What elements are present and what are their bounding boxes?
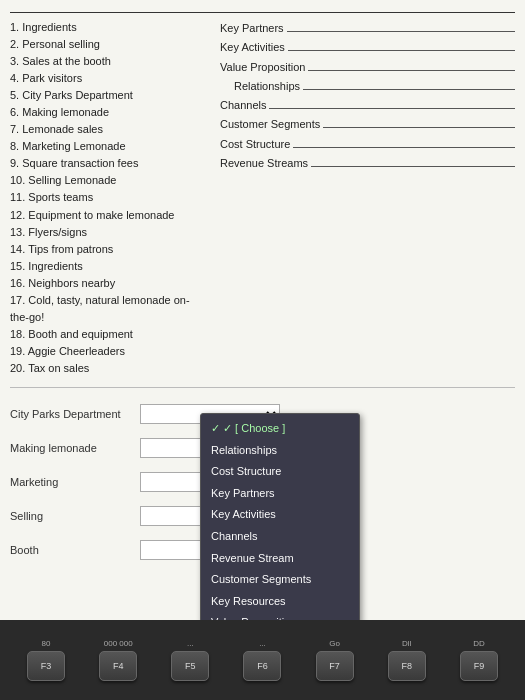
area-row-6: Cost Structure	[220, 135, 515, 154]
area-label-0: Key Partners	[220, 19, 284, 38]
popup-option-8[interactable]: Key Resources	[201, 591, 359, 613]
item-row-2: 2. Personal selling	[10, 36, 200, 53]
item-row-4: 4. Park visitors	[10, 70, 200, 87]
key-top-1: 000 000	[104, 639, 133, 648]
dropdown-row-label-0: City Parks Department	[10, 408, 140, 420]
items-column: 1. Ingredients2. Personal selling3. Sale…	[10, 19, 210, 377]
popup-option-9[interactable]: Value Proposition	[201, 612, 359, 620]
item-row-10: 10. Selling Lemonade	[10, 172, 200, 189]
key-group-2: ...F5	[171, 639, 209, 681]
key-group-6: DDF9	[460, 639, 498, 681]
key-F5[interactable]: F5	[171, 651, 209, 681]
item-row-11: 11. Sports teams	[10, 189, 200, 206]
area-row-7: Revenue Streams	[220, 154, 515, 173]
table-container: 1. Ingredients2. Personal selling3. Sale…	[0, 0, 525, 385]
area-line-7	[311, 166, 515, 167]
keyboard-bar: 80F3000 000F4...F5...F6GoF7DllF8DDF9	[0, 620, 525, 700]
popup-option-1[interactable]: Relationships	[201, 440, 359, 462]
area-row-0: Key Partners	[220, 19, 515, 38]
key-F6[interactable]: F6	[243, 651, 281, 681]
area-label-7: Revenue Streams	[220, 154, 308, 173]
item-row-13: 13. Flyers/signs	[10, 224, 200, 241]
area-line-6	[293, 147, 515, 148]
area-line-3	[303, 89, 515, 90]
area-row-4: Channels	[220, 96, 515, 115]
area-label-1: Key Activities	[220, 38, 285, 57]
dropdown-popup[interactable]: ✓ [ Choose ]RelationshipsCost StructureK…	[200, 413, 360, 620]
item-row-8: 8. Marketing Lemonade	[10, 138, 200, 155]
popup-option-5[interactable]: Channels	[201, 526, 359, 548]
dropdown-section: City Parks DepartmentMaking lemonadeMark…	[0, 398, 525, 580]
key-F4[interactable]: F4	[99, 651, 137, 681]
table-body: 1. Ingredients2. Personal selling3. Sale…	[10, 19, 515, 377]
item-row-17: 17. Cold, tasty, natural lemonade on-the…	[10, 292, 200, 326]
popup-option-7[interactable]: Customer Segments	[201, 569, 359, 591]
item-row-9: 9. Square transaction fees	[10, 155, 200, 172]
popup-option-4[interactable]: Key Activities	[201, 504, 359, 526]
key-group-3: ...F6	[243, 639, 281, 681]
area-label-6: Cost Structure	[220, 135, 290, 154]
item-row-14: 14. Tips from patrons	[10, 241, 200, 258]
area-row-3: Relationships	[220, 77, 515, 96]
area-label-2: Value Proposition	[220, 58, 305, 77]
area-label-5: Customer Segments	[220, 115, 320, 134]
area-column: Key PartnersKey ActivitiesValue Proposit…	[210, 19, 515, 377]
key-group-1: 000 000F4	[99, 639, 137, 681]
key-group-4: GoF7	[316, 639, 354, 681]
key-F7[interactable]: F7	[316, 651, 354, 681]
item-row-3: 3. Sales at the booth	[10, 53, 200, 70]
popup-option-2[interactable]: Cost Structure	[201, 461, 359, 483]
table-header	[10, 8, 515, 13]
popup-option-0[interactable]: ✓ [ Choose ]	[201, 418, 359, 440]
key-F8[interactable]: F8	[388, 651, 426, 681]
item-row-16: 16. Neighbors nearby	[10, 275, 200, 292]
key-top-2: ...	[187, 639, 194, 648]
area-line-0	[287, 31, 515, 32]
dropdown-row-label-2: Marketing	[10, 476, 140, 488]
item-row-5: 5. City Parks Department	[10, 87, 200, 104]
key-top-4: Go	[329, 639, 340, 648]
key-top-3: ...	[259, 639, 266, 648]
area-line-1	[288, 50, 515, 51]
key-F3[interactable]: F3	[27, 651, 65, 681]
area-row-5: Customer Segments	[220, 115, 515, 134]
area-line-2	[308, 70, 515, 71]
item-row-1: 1. Ingredients	[10, 19, 200, 36]
divider	[10, 387, 515, 388]
area-line-5	[323, 127, 515, 128]
key-top-0: 80	[42, 639, 51, 648]
dropdown-row-label-3: Selling	[10, 510, 140, 522]
area-row-1: Key Activities	[220, 38, 515, 57]
area-row-2: Value Proposition	[220, 58, 515, 77]
key-top-6: DD	[473, 639, 485, 648]
key-group-0: 80F3	[27, 639, 65, 681]
dropdown-row-label-1: Making lemonade	[10, 442, 140, 454]
item-row-15: 15. Ingredients	[10, 258, 200, 275]
item-row-12: 12. Equipment to make lemonade	[10, 207, 200, 224]
item-row-6: 6. Making lemonade	[10, 104, 200, 121]
popup-option-6[interactable]: Revenue Stream	[201, 548, 359, 570]
area-label-3: Relationships	[234, 77, 300, 96]
key-group-5: DllF8	[388, 639, 426, 681]
main-screen: 1. Ingredients2. Personal selling3. Sale…	[0, 0, 525, 620]
dropdown-row-label-4: Booth	[10, 544, 140, 556]
item-row-18: 18. Booth and equipment	[10, 326, 200, 343]
item-row-7: 7. Lemonade sales	[10, 121, 200, 138]
key-F9[interactable]: F9	[460, 651, 498, 681]
popup-option-3[interactable]: Key Partners	[201, 483, 359, 505]
key-top-5: Dll	[402, 639, 411, 648]
item-row-20: 20. Tax on sales	[10, 360, 200, 377]
area-label-4: Channels	[220, 96, 266, 115]
area-line-4	[269, 108, 515, 109]
item-row-19: 19. Aggie Cheerleaders	[10, 343, 200, 360]
